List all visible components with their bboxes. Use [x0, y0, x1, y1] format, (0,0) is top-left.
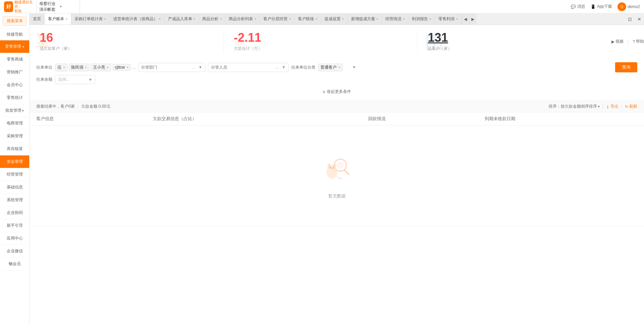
- app-download-button[interactable]: 📱 App下载: [591, 4, 612, 9]
- tab-commission-settings[interactable]: 提成设置 ×: [321, 13, 348, 25]
- sidebar-item-marketing[interactable]: 营销推广: [0, 66, 29, 79]
- sidebar-item-enterprise-wechat[interactable]: 企业微信: [0, 245, 29, 258]
- sidebar-item-label: 新手引导: [7, 223, 23, 228]
- user-menu[interactable]: D demo2: [617, 2, 640, 11]
- tab-close-icon[interactable]: ×: [104, 17, 106, 21]
- search-menu-button[interactable]: 搜索菜单: [3, 16, 27, 26]
- tab-operations[interactable]: 经营情况 ×: [382, 13, 409, 25]
- sidebar-item-cooperation[interactable]: 企业协同: [0, 207, 29, 219]
- sidebar-item-purchase[interactable]: 采购管理: [0, 130, 29, 143]
- tab-label: 新增提成方案: [351, 16, 375, 22]
- sidebar-item-finance[interactable]: 资金管理: [0, 155, 29, 168]
- tab-goods-analysis-list[interactable]: 商品分析列表 ×: [225, 13, 260, 25]
- tab-close-icon[interactable]: ×: [220, 17, 222, 21]
- tab-close-icon[interactable]: ×: [377, 17, 379, 21]
- filter-tag-classify-1: 普通客户 ×: [318, 64, 343, 71]
- tab-close-icon[interactable]: ×: [342, 17, 344, 21]
- total-debt-amount-value: -2.11: [234, 32, 407, 44]
- sidebar-item-retail-mgmt[interactable]: 零售管理 ▾: [0, 40, 29, 53]
- filter-tag-close-3[interactable]: ×: [107, 66, 109, 69]
- filter-tag-unit-4: cjttcw ×: [113, 64, 131, 71]
- sidebar-item-label: 系统管理: [7, 197, 23, 202]
- sidebar-item-inventory[interactable]: 库存核算: [0, 143, 29, 155]
- window-restore-button[interactable]: ⊡: [625, 13, 635, 25]
- tab-close-icon[interactable]: ×: [254, 17, 256, 21]
- tab-customer-contact[interactable]: 客户联络 ×: [295, 13, 321, 25]
- sidebar-item-system[interactable]: 系统管理: [0, 194, 29, 207]
- video-icon: ▶: [611, 39, 614, 44]
- tab-close-icon[interactable]: ×: [194, 17, 196, 21]
- total-customers-value[interactable]: 131: [428, 32, 601, 44]
- query-button[interactable]: 查询: [615, 62, 637, 72]
- action-sep-2: |: [621, 104, 622, 109]
- person-filter-select[interactable]: 分管人员 ... ▼: [208, 63, 289, 72]
- tab-customer-layer[interactable]: 客户分层经营 ×: [260, 13, 295, 25]
- empty-state: 暂无数据: [30, 125, 644, 226]
- tab-add-commission[interactable]: 新增提成方案 ×: [348, 13, 382, 25]
- filter-tag-close-2[interactable]: ×: [85, 66, 87, 69]
- sidebar-item-ecommerce[interactable]: 电商管理: [0, 117, 29, 130]
- classify-dropdown[interactable]: ▼: [344, 64, 357, 70]
- help-area: ▶ 视频 | ? 帮助: [611, 25, 644, 58]
- sidebar-item-wholesale[interactable]: 批发管理 ▾: [0, 104, 29, 117]
- messages-button[interactable]: 💬 消息: [571, 4, 585, 9]
- video-help-button[interactable]: ▶ 视频: [611, 39, 624, 44]
- tab-close-icon[interactable]: ×: [66, 17, 68, 21]
- help-button[interactable]: ? 帮助: [633, 39, 644, 44]
- tab-purchase-stats[interactable]: 采购订单统计表 ×: [71, 13, 110, 25]
- filter-tag-close-classify-1[interactable]: ×: [338, 66, 340, 69]
- collapse-up-icon: ∧: [323, 89, 326, 94]
- tab-goods-stats[interactable]: 进货单统计表（按商品） ×: [110, 13, 165, 25]
- tab-close-icon[interactable]: ×: [456, 17, 458, 21]
- sort-label: 排序：按欠款金额倒序排序: [549, 104, 597, 109]
- store-selector[interactable]: 母婴行业演示帐套 ▼: [36, 0, 80, 14]
- export-button[interactable]: ⤓ 导出: [606, 104, 618, 109]
- filter-row-1: 往来单位 伍 × 陈民强 × 王小亮: [36, 62, 637, 72]
- sidebar-item-label: 库存核算: [7, 146, 23, 151]
- tab-home[interactable]: 首页: [30, 13, 45, 25]
- refresh-button[interactable]: ↻ 刷新: [625, 104, 637, 109]
- tab-nav-prev[interactable]: ◀: [462, 13, 469, 25]
- sidebar-item-retail-mall[interactable]: 零售商城: [0, 53, 29, 66]
- sidebar-item-app-center[interactable]: 应用中心: [0, 232, 29, 245]
- tab-close-icon[interactable]: ×: [429, 17, 431, 21]
- sidebar-item-member[interactable]: 会员中心: [0, 79, 29, 92]
- tab-close-icon[interactable]: ×: [289, 17, 291, 21]
- tab-bar: 首页 客户账本 × 采购订单统计表 × 进货单统计表（按商品） × 产成品入库单…: [30, 13, 644, 25]
- balance-placeholder: 选择...: [58, 77, 70, 82]
- sidebar-item-operations[interactable]: 经营管理: [0, 168, 29, 181]
- dept-filter-select[interactable]: 分管部门 ... ▼: [138, 63, 205, 72]
- sidebar-item-retail-stats[interactable]: 零售统计: [0, 92, 29, 104]
- svg-point-8: [333, 167, 334, 169]
- total-debt-customers-label: 总欠款客户（家）: [40, 46, 213, 51]
- tab-goods-analysis[interactable]: 商品分析 ×: [199, 13, 225, 25]
- quick-nav-button[interactable]: 快捷导航: [0, 29, 29, 40]
- sidebar-item-label: 会员中心: [7, 82, 23, 87]
- tab-nav-next[interactable]: ▶: [469, 13, 476, 25]
- tab-customer-book[interactable]: 客户账本 ×: [45, 13, 71, 25]
- col-due-date: 到期未收款日期: [478, 112, 644, 125]
- filter-tag-close-1[interactable]: ×: [63, 66, 65, 69]
- tab-close-icon[interactable]: ×: [315, 17, 317, 21]
- tab-close-icon[interactable]: ×: [159, 17, 161, 21]
- sidebar-item-newbie[interactable]: 新手引导: [0, 219, 29, 232]
- sort-select[interactable]: 排序：按欠款金额倒序排序 ▾: [549, 104, 600, 109]
- top-right: 💬 消息 📱 App下载 D demo2: [571, 2, 640, 11]
- tab-profit-report[interactable]: 利润报告 ×: [409, 13, 435, 25]
- sidebar-item-basic-info[interactable]: 基础信息: [0, 181, 29, 194]
- tab-close-icon[interactable]: ×: [403, 17, 405, 21]
- collapse-filter-button[interactable]: ∧ 收起更多条件: [36, 87, 637, 97]
- data-table: 客户信息 欠款交易信息（占比） 回款情况 到期未收款日期: [30, 112, 644, 226]
- filter-more-units[interactable]: ...: [132, 65, 135, 70]
- chevron-icon: ▾: [23, 45, 24, 48]
- balance-filter-select[interactable]: 选择... ▼: [55, 75, 95, 84]
- sidebar-item-member-plus[interactable]: 畅会员: [0, 258, 29, 270]
- tab-production[interactable]: 产成品入库单 ×: [165, 13, 199, 25]
- filter-area: 往来单位 伍 × 陈民强 × 王小亮: [30, 58, 644, 101]
- tab-retail-profit[interactable]: 零售利润 ×: [435, 13, 462, 25]
- window-close-button[interactable]: ✕: [635, 13, 644, 25]
- filter-tag-unit-3: 王小亮 ×: [91, 64, 111, 71]
- filter-tag-close-4[interactable]: ×: [127, 66, 129, 69]
- search-result-text: 搜索结果中，客户0家: [36, 104, 75, 109]
- col-debt-info: 欠款交易信息（占比）: [146, 112, 361, 125]
